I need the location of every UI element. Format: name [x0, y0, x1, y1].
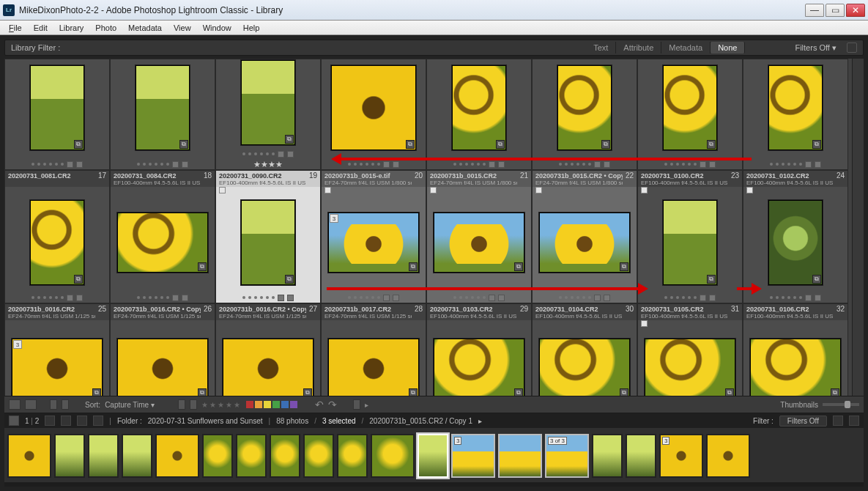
- grid-cell[interactable]: 20200731b_0016.CR2 • Copy 1EF24-70mm f/4…: [110, 303, 215, 396]
- grid-cell[interactable]: 20200731_0105.CR2EF100-400mm f/4.5-5.6L …: [637, 303, 743, 396]
- menu-edit[interactable]: Edit: [28, 22, 53, 34]
- thumbnail-image[interactable]: ⧉: [433, 212, 525, 273]
- slideshow-icon[interactable]: ▸: [365, 401, 368, 409]
- breadcrumb-folder[interactable]: 2020-07-31 Sunflowers and Sunset: [148, 417, 263, 425]
- thumbnail-image[interactable]: ⧉: [116, 338, 209, 396]
- filmstrip-filter-lock-icon[interactable]: [849, 416, 859, 426]
- thumbnail-image[interactable]: ⧉3: [327, 212, 420, 273]
- filmstrip-thumbnail[interactable]: 3: [451, 434, 495, 478]
- menu-metadata[interactable]: Metadata: [122, 22, 168, 34]
- filmstrip-thumbnail[interactable]: [337, 434, 368, 478]
- nav-forward-button[interactable]: [61, 416, 71, 426]
- grid-cell[interactable]: 20200731_0081.CR217⧉: [4, 170, 110, 303]
- grid-cell[interactable]: 20200731b_0015.CR2EF24-70mm f/4L IS USM …: [426, 170, 532, 303]
- filter-tab-attribute[interactable]: Attribute: [616, 42, 661, 53]
- thumbnail-image[interactable]: ⧉: [222, 338, 314, 396]
- filmstrip-thumbnail[interactable]: 3: [659, 434, 703, 478]
- grid-cell[interactable]: 20200731b_0016.CR2 • Copy 2EF24-70mm f/4…: [215, 303, 321, 396]
- rating-stars[interactable]: ★★★★★: [201, 401, 242, 409]
- filmstrip[interactable]: 33 of 33: [4, 428, 864, 484]
- nav-back-button[interactable]: [45, 416, 55, 426]
- stack-count-badge[interactable]: 3: [454, 437, 461, 445]
- menu-help[interactable]: Help: [237, 22, 266, 34]
- filter-preset-dropdown[interactable]: Filters Off ▾: [789, 42, 842, 54]
- thumbnail-image[interactable]: ⧉: [749, 338, 842, 396]
- thumbnail-image[interactable]: ⧉: [135, 64, 190, 151]
- thumbnail-image[interactable]: ⧉: [538, 338, 631, 396]
- filter-tab-metadata[interactable]: Metadata: [661, 42, 711, 53]
- thumbnail-image[interactable]: ⧉: [768, 64, 823, 151]
- stack-count-badge[interactable]: 3 of 3: [548, 437, 567, 445]
- rating-display[interactable]: ★★★★: [216, 159, 320, 169]
- thumbnail-image[interactable]: ⧉: [433, 338, 525, 396]
- sort-dropdown[interactable]: Capture Time ▾: [105, 401, 155, 409]
- window-minimize-button[interactable]: —: [805, 4, 824, 17]
- thumbnail-image[interactable]: ⧉: [662, 199, 718, 286]
- grid-mode-icon[interactable]: [77, 416, 87, 426]
- stack-count-badge[interactable]: 3: [13, 340, 22, 349]
- grid-cell[interactable]: ⧉: [110, 59, 215, 170]
- window-close-button[interactable]: ✕: [846, 4, 865, 17]
- window-maximize-button[interactable]: ▭: [826, 4, 845, 17]
- grid-cell[interactable]: 20200731_0103.CR2EF100-400mm f/4.5-5.6L …: [426, 303, 532, 396]
- thumbnail-image[interactable]: ⧉: [644, 338, 736, 396]
- filmstrip-thumbnail[interactable]: [270, 434, 300, 478]
- filmstrip-thumbnail[interactable]: [7, 434, 51, 478]
- grid-cell[interactable]: ⧉: [743, 59, 848, 170]
- view-loupe-button[interactable]: [25, 399, 37, 410]
- color-label-swatch[interactable]: [272, 401, 280, 408]
- filmstrip-thumbnail[interactable]: 3 of 3: [545, 434, 589, 478]
- filmstrip-thumbnail[interactable]: [122, 434, 152, 478]
- menu-view[interactable]: View: [168, 22, 197, 34]
- stack-count-badge[interactable]: 3: [662, 437, 669, 445]
- color-label-swatch[interactable]: [246, 401, 253, 408]
- filmstrip-thumbnail[interactable]: [54, 434, 85, 478]
- grid-cell[interactable]: 20200731_0106.CR2EF100-400mm f/4.5-5.6L …: [743, 303, 848, 396]
- filter-tab-none[interactable]: None: [711, 42, 745, 53]
- grid-cell[interactable]: ⧉★★★★: [215, 59, 321, 170]
- thumbnail-image[interactable]: ⧉: [29, 199, 85, 286]
- grid-cell[interactable]: 20200731b_0015-e.tifEF24-70mm f/4L IS US…: [321, 170, 426, 303]
- filmstrip-thumbnail[interactable]: [706, 434, 750, 478]
- stack-count-badge[interactable]: 3: [330, 214, 338, 223]
- grid-cell[interactable]: 20200731_0084.CR2EF100-400mm f/4.5-5.6L …: [110, 170, 215, 303]
- thumbnail-image[interactable]: ⧉: [557, 64, 612, 151]
- filmstrip-thumbnail[interactable]: [498, 434, 542, 478]
- thumbnail-image[interactable]: ⧉: [768, 199, 823, 286]
- grid-cell[interactable]: ⧉: [426, 59, 532, 170]
- filmstrip-thumbnail[interactable]: [418, 434, 448, 478]
- view-grid-button[interactable]: [9, 399, 21, 410]
- filmstrip-thumbnail[interactable]: [592, 434, 623, 478]
- grid-cell[interactable]: 20200731b_0017.CR2EF24-70mm f/4L IS USM …: [321, 303, 426, 396]
- menu-file[interactable]: File: [3, 22, 28, 34]
- menu-photo[interactable]: Photo: [89, 22, 122, 34]
- grid-overlay-icon[interactable]: [353, 399, 360, 410]
- filter-lock-icon[interactable]: [847, 43, 857, 53]
- filmstrip-thumbnail[interactable]: [202, 434, 233, 478]
- menu-window[interactable]: Window: [197, 22, 237, 34]
- grid-cell[interactable]: ⧉: [637, 59, 743, 170]
- filmstrip-thumbnail[interactable]: [371, 434, 415, 478]
- filmstrip-thumbnail[interactable]: [88, 434, 119, 478]
- thumbnail-image[interactable]: ⧉: [29, 64, 85, 151]
- tag-icon[interactable]: [62, 399, 69, 410]
- thumbnail-image[interactable]: ⧉: [451, 64, 507, 151]
- filmstrip-thumbnail[interactable]: [155, 434, 199, 478]
- filmstrip-filter-flag-icon[interactable]: [833, 416, 843, 426]
- filmstrip-thumbnail[interactable]: [236, 434, 267, 478]
- thumbnail-image[interactable]: ⧉: [330, 64, 417, 151]
- rotate-right-icon[interactable]: ↷: [328, 399, 337, 410]
- thumbnail-image[interactable]: ⧉: [240, 199, 296, 286]
- thumbnail-grid[interactable]: ⧉⧉⧉★★★★⧉⧉⧉⧉⧉20200731_0081.CR217⧉20200731…: [4, 59, 852, 396]
- main-window-button[interactable]: [9, 416, 19, 426]
- filmstrip-filter-dropdown[interactable]: Filters Off: [779, 416, 827, 427]
- thumbnail-size-slider[interactable]: [823, 403, 859, 406]
- thumbnail-image[interactable]: ⧉3: [11, 338, 103, 396]
- grid-cell[interactable]: 20200731b_0015.CR2 • Copy 1EF24-70mm f/4…: [532, 170, 637, 303]
- thumbnail-image[interactable]: ⧉: [662, 64, 718, 151]
- filter-tab-text[interactable]: Text: [586, 42, 616, 53]
- color-label-swatch[interactable]: [255, 401, 262, 408]
- filmstrip-thumbnail[interactable]: [626, 434, 656, 478]
- thumbnail-image[interactable]: ⧉: [327, 338, 420, 396]
- grid-cell[interactable]: 20200731_0090.CR2EF100-400mm f/4.5-5.6L …: [215, 170, 321, 303]
